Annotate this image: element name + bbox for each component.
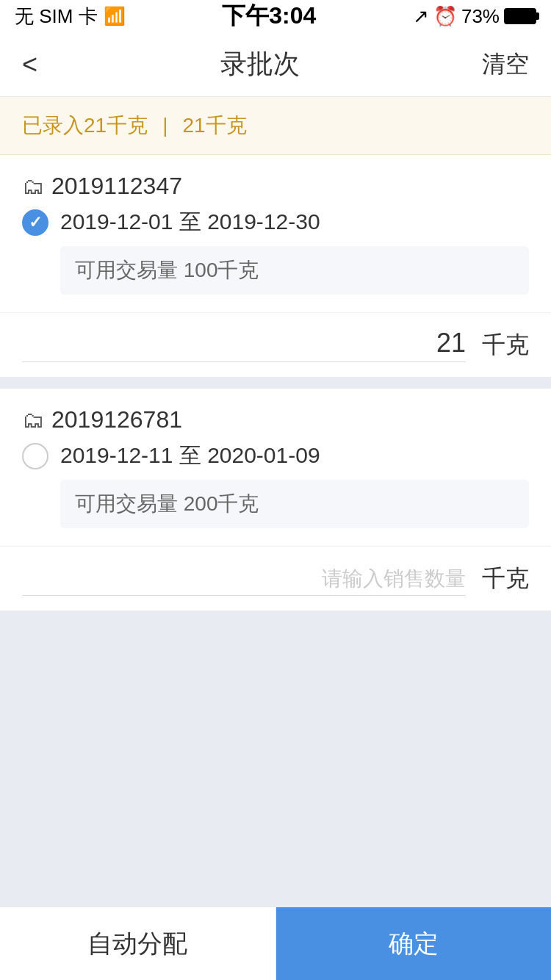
batch2-id-icon: 🗂 — [22, 408, 44, 433]
batch1-radio[interactable] — [22, 209, 48, 236]
batch1-qty-underline — [22, 328, 466, 362]
back-button[interactable]: < — [22, 49, 37, 80]
confirm-button[interactable]: 确定 — [276, 907, 552, 980]
batch1-id: 2019112347 — [51, 173, 182, 200]
summary-bar: 已录入21千克 | 21千克 — [0, 97, 551, 155]
summary-entered: 已录入21千克 — [22, 112, 148, 140]
alarm-icon: ⏰ — [433, 5, 457, 28]
location-icon: ↗ — [413, 5, 429, 28]
summary-divider: | — [162, 114, 168, 137]
batch2-unit: 千克 — [482, 563, 529, 595]
batch-item-2: 🗂 2019126781 2019-12-11 至 2020-01-09 可用交… — [0, 389, 551, 546]
summary-amount: 21千克 — [182, 112, 246, 140]
batch1-qty-row: 千克 — [0, 312, 551, 377]
battery-percent: 73% — [461, 5, 500, 28]
batch1-date-row: 2019-12-01 至 2019-12-30 — [22, 207, 529, 237]
batch2-qty-input[interactable] — [245, 561, 466, 592]
batch2-radio[interactable] — [22, 443, 48, 469]
clear-button[interactable]: 清空 — [482, 48, 529, 81]
section-separator — [0, 377, 551, 389]
batch2-date: 2019-12-11 至 2020-01-09 — [60, 441, 320, 471]
batch2-qty-row: 千克 — [0, 546, 551, 610]
batch2-qty-underline — [22, 561, 466, 596]
batch1-date: 2019-12-01 至 2019-12-30 — [60, 207, 320, 237]
carrier-label: 无 SIM 卡 — [15, 4, 98, 29]
status-bar: 无 SIM 卡 📶 下午3:04 ↗ ⏰ 73% — [0, 0, 551, 32]
battery-icon — [504, 8, 536, 24]
batch1-header: 🗂 2019112347 — [22, 173, 529, 200]
auto-distribute-button[interactable]: 自动分配 — [0, 907, 276, 980]
batch2-date-row: 2019-12-11 至 2020-01-09 — [22, 441, 529, 471]
status-right: ↗ ⏰ 73% — [413, 5, 536, 28]
batch1-qty-input[interactable] — [245, 328, 466, 359]
nav-bar: < 录批次 清空 — [0, 32, 551, 97]
page-title: 录批次 — [220, 46, 300, 82]
batch2-header: 🗂 2019126781 — [22, 406, 529, 433]
batch2-id: 2019126781 — [51, 406, 182, 433]
batch1-id-icon: 🗂 — [22, 174, 44, 199]
status-time: 下午3:04 — [222, 0, 316, 32]
status-left: 无 SIM 卡 📶 — [15, 4, 126, 29]
batch-item-1: 🗂 2019112347 2019-12-01 至 2019-12-30 可用交… — [0, 155, 551, 312]
footer: 自动分配 确定 — [0, 907, 551, 980]
batch2-available: 可用交易量 200千克 — [60, 480, 529, 528]
wifi-icon: 📶 — [104, 6, 126, 26]
batch1-available: 可用交易量 100千克 — [60, 246, 529, 295]
batch1-unit: 千克 — [482, 329, 529, 361]
